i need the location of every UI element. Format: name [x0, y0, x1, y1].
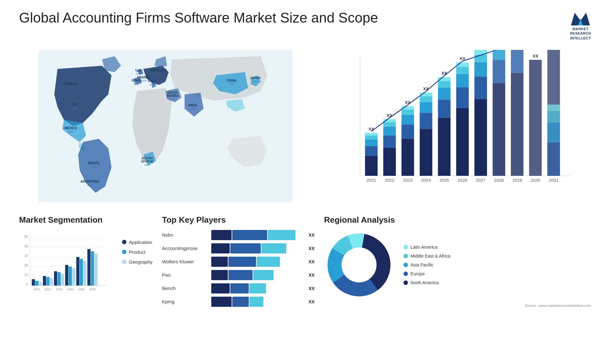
svg-text:U.K.: U.K. — [135, 69, 142, 72]
svg-rect-60 — [420, 102, 432, 113]
svg-text:2026: 2026 — [89, 288, 96, 291]
svg-rect-136 — [76, 257, 79, 286]
player-name-accountingprose: Accountingprose — [162, 246, 208, 251]
player-bar-accountingprose — [211, 243, 303, 253]
logo-text: MARKET RESEARCH INTELLECT — [570, 27, 591, 40]
svg-rect-58 — [420, 129, 432, 176]
bar-seg1 — [211, 230, 232, 240]
svg-rect-121 — [35, 281, 38, 286]
svg-point-150 — [342, 247, 376, 282]
regional-title: Regional Analysis — [324, 215, 591, 225]
svg-text:xx%: xx% — [190, 107, 195, 110]
svg-rect-103 — [547, 111, 560, 123]
svg-rect-93 — [511, 73, 524, 176]
seg-chart-svg: 0 10 20 30 40 50 — [19, 230, 108, 300]
svg-text:2022: 2022 — [385, 178, 394, 183]
player-row-bench: Bench XX — [162, 283, 315, 293]
header: Global Accounting Firms Software Market … — [19, 10, 591, 40]
player-xx-kpmg: XX — [308, 299, 315, 304]
player-bar-pwc — [211, 270, 303, 280]
svg-rect-124 — [43, 276, 46, 286]
legend-label-product: Product — [129, 249, 146, 255]
svg-rect-46 — [383, 127, 396, 135]
reg-legend-north-america: North America — [403, 280, 450, 285]
svg-text:ITALY: ITALY — [148, 79, 157, 83]
bar-seg2 — [228, 270, 252, 280]
bar-seg2 — [228, 257, 256, 267]
svg-rect-126 — [50, 278, 53, 286]
svg-rect-94 — [511, 50, 524, 73]
svg-rect-141 — [91, 251, 94, 286]
segmentation-title: Market Segmentation — [19, 215, 152, 225]
svg-rect-53 — [402, 115, 414, 124]
legend-label-application: Application — [129, 239, 152, 245]
svg-text:2025: 2025 — [78, 288, 85, 291]
svg-text:xx%: xx% — [68, 130, 73, 133]
bar-seg1 — [211, 283, 230, 293]
svg-text:ARABIA: ARABIA — [166, 94, 179, 98]
svg-rect-41 — [365, 133, 378, 135]
bar-seg2 — [230, 283, 249, 293]
svg-rect-122 — [39, 282, 42, 286]
svg-text:2023: 2023 — [403, 178, 412, 183]
svg-text:10: 10 — [24, 273, 28, 277]
player-row-wolters: Wolters Kluwer XX — [162, 257, 315, 267]
seg-legend: Application Product Geography — [122, 230, 152, 265]
svg-text:xx%: xx% — [144, 163, 150, 166]
legend-label-geography: Geography — [129, 259, 152, 265]
bar-seg3 — [257, 257, 280, 267]
svg-text:BRAZIL: BRAZIL — [88, 161, 100, 165]
regional-legend: Latin America Middle East & Africa Asia … — [403, 245, 450, 285]
svg-text:INDIA: INDIA — [188, 104, 197, 107]
segmentation-inner: 0 10 20 30 40 50 — [19, 230, 152, 301]
svg-text:2024: 2024 — [421, 178, 431, 183]
bar-seg1 — [211, 297, 232, 307]
svg-rect-61 — [420, 96, 432, 102]
legend-item-application: Application — [122, 239, 152, 245]
svg-rect-102 — [547, 123, 560, 143]
svg-rect-137 — [80, 259, 83, 286]
svg-text:2024: 2024 — [67, 288, 73, 291]
legend-dot-geography — [122, 260, 126, 264]
svg-rect-120 — [32, 279, 35, 286]
legend-dot-application — [122, 240, 126, 244]
svg-rect-37 — [365, 156, 378, 176]
reg-label-latin-america: Latin America — [410, 245, 437, 250]
map-container: CANADA xx% U.S. xx% MEXICO xx% BRAZIL xx… — [19, 50, 312, 202]
svg-rect-128 — [54, 271, 57, 286]
svg-text:2021: 2021 — [367, 178, 376, 183]
logo-area: MARKET RESEARCH INTELLECT — [570, 10, 591, 40]
bar-chart-container: XX 2021 XX 2022 — [325, 50, 591, 202]
svg-rect-54 — [402, 110, 414, 115]
reg-legend-middle-east: Middle East & Africa — [403, 253, 450, 259]
svg-text:CANADA: CANADA — [63, 82, 77, 85]
svg-text:2025: 2025 — [439, 178, 449, 183]
legend-item-geography: Geography — [122, 259, 152, 265]
bar-seg3 — [249, 283, 266, 293]
svg-text:xx%: xx% — [87, 184, 92, 187]
svg-text:xx%: xx% — [91, 165, 97, 168]
svg-text:2030: 2030 — [531, 178, 540, 183]
svg-text:GERMANY: GERMANY — [150, 69, 166, 72]
svg-rect-81 — [474, 62, 487, 76]
logo-icon — [571, 10, 590, 25]
player-bar-nsbn — [211, 230, 303, 240]
legend-item-product: Product — [122, 249, 152, 255]
svg-rect-133 — [69, 266, 72, 286]
player-row-accountingprose: Accountingprose XX — [162, 243, 315, 253]
svg-text:MEXICO: MEXICO — [64, 126, 77, 130]
regional-inner: Latin America Middle East & Africa Asia … — [324, 230, 591, 300]
svg-rect-72 — [456, 108, 469, 176]
svg-text:XX: XX — [387, 113, 392, 118]
reg-legend-europe: Europe — [403, 271, 450, 276]
segmentation-container: Market Segmentation 0 10 20 30 40 50 — [19, 215, 152, 301]
svg-text:2031: 2031 — [549, 178, 558, 183]
svg-rect-74 — [456, 74, 469, 87]
svg-rect-130 — [61, 274, 64, 286]
player-xx-wolters: XX — [308, 259, 315, 264]
svg-rect-47 — [383, 122, 396, 127]
svg-text:xx%: xx% — [149, 83, 155, 86]
svg-rect-90 — [493, 50, 505, 60]
bar-chart-svg: XX 2021 XX 2022 — [325, 50, 591, 202]
svg-text:ARGENTINA: ARGENTINA — [80, 180, 99, 183]
